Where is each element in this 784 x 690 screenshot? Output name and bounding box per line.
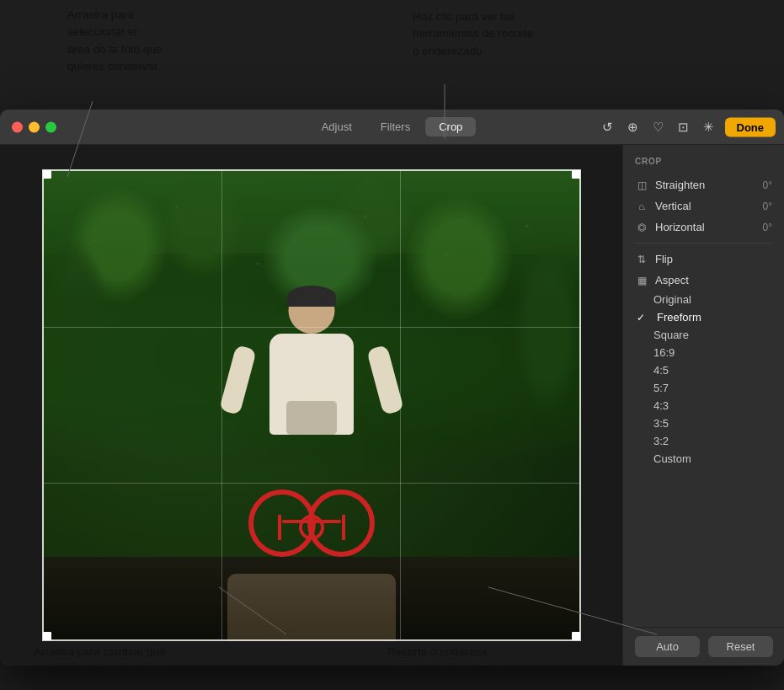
aspect-row[interactable]: ▦ Aspect — [623, 270, 784, 291]
photo-area[interactable] — [0, 145, 622, 666]
aspect-4-5[interactable]: 4:5 — [623, 361, 784, 379]
straighten-row[interactable]: ◫ Straighten 0° — [623, 174, 784, 195]
aspect-freeform[interactable]: ✓ Freeform — [623, 308, 784, 326]
horizontal-value: 0° — [763, 222, 772, 233]
aspect-label: Aspect — [655, 274, 772, 286]
aspect-options-list: Original ✓ Freeform Square 16:9 4:5 5:7 — [623, 291, 784, 468]
more-icon[interactable]: ✳ — [700, 118, 718, 136]
aspect-custom[interactable]: Custom — [623, 450, 784, 468]
aspect-3-2[interactable]: 3:2 — [623, 432, 784, 450]
aspect-4-3[interactable]: 4:3 — [623, 397, 784, 415]
flip-label: Flip — [655, 253, 772, 265]
traffic-lights — [12, 121, 56, 132]
undo-icon[interactable]: ↺ — [599, 118, 617, 136]
tab-adjust[interactable]: Adjust — [308, 117, 365, 136]
panel-bottom-buttons: Auto Reset — [623, 627, 784, 666]
top-right-callout-text: Haz clic para ver las herramientas de re… — [413, 8, 533, 60]
bottom-left-callout: Arrastra para cambiar qué parte de la fo… — [34, 644, 172, 678]
vertical-icon: ⏢ — [635, 201, 648, 212]
maximize-button[interactable] — [45, 121, 56, 132]
tab-group: Adjust Filters Crop — [308, 117, 477, 136]
flip-row[interactable]: ⇅ Flip — [623, 249, 784, 270]
main-content: CROP ◫ Straighten 0° ⏢ Vertical 0° ⏣ Hor… — [0, 145, 784, 666]
top-right-callout: Haz clic para ver las herramientas de re… — [413, 8, 533, 60]
reset-button[interactable]: Reset — [708, 636, 773, 657]
divider-1 — [635, 243, 772, 243]
panel-title: CROP — [623, 157, 784, 174]
top-left-callout: Arrastra para seleccionar el área de la … — [67, 7, 163, 75]
done-button[interactable]: Done — [725, 117, 776, 136]
vertical-label: Vertical — [655, 200, 756, 212]
auto-button[interactable]: Auto — [635, 636, 700, 657]
check-mark: ✓ — [637, 312, 645, 324]
toolbar-right: ↺ ⊕ ♡ ⊡ ✳ Done — [599, 117, 776, 136]
flip-icon: ⇅ — [635, 254, 648, 265]
tab-filters[interactable]: Filters — [367, 117, 424, 136]
leaves-detail — [42, 169, 581, 641]
tab-crop[interactable]: Crop — [425, 117, 476, 136]
aspect-icon: ▦ — [635, 275, 648, 286]
zoom-icon[interactable]: ⊕ — [624, 118, 643, 136]
crop-icon[interactable]: ⊡ — [675, 118, 693, 136]
app-window: Adjust Filters Crop ↺ ⊕ ♡ ⊡ ✳ Done — [0, 110, 784, 666]
vertical-value: 0° — [763, 201, 772, 212]
heart-icon[interactable]: ♡ — [649, 118, 668, 136]
vertical-row[interactable]: ⏢ Vertical 0° — [623, 195, 784, 217]
straighten-icon: ◫ — [635, 179, 648, 191]
top-left-callout-text: Arrastra para seleccionar el área de la … — [67, 7, 163, 75]
photo-container[interactable] — [42, 169, 581, 641]
aspect-square[interactable]: Square — [623, 326, 784, 344]
straighten-label: Straighten — [655, 179, 756, 191]
horizontal-row[interactable]: ⏣ Horizontal 0° — [623, 217, 784, 238]
photo-image — [42, 169, 581, 641]
aspect-original[interactable]: Original — [623, 291, 784, 308]
crop-panel: CROP ◫ Straighten 0° ⏢ Vertical 0° ⏣ Hor… — [622, 145, 784, 666]
close-button[interactable] — [12, 121, 23, 132]
titlebar: Adjust Filters Crop ↺ ⊕ ♡ ⊡ ✳ Done — [0, 110, 784, 145]
horizontal-label: Horizontal — [655, 221, 756, 233]
aspect-16-9[interactable]: 16:9 — [623, 344, 784, 361]
straighten-value: 0° — [763, 179, 772, 191]
aspect-5-7[interactable]: 5:7 — [623, 379, 784, 397]
aspect-3-5[interactable]: 3:5 — [623, 415, 784, 432]
bottom-right-callout: Recorta o endereza automáticamente la fo… — [387, 644, 512, 678]
horizontal-icon: ⏣ — [635, 222, 648, 233]
minimize-button[interactable] — [29, 121, 40, 132]
